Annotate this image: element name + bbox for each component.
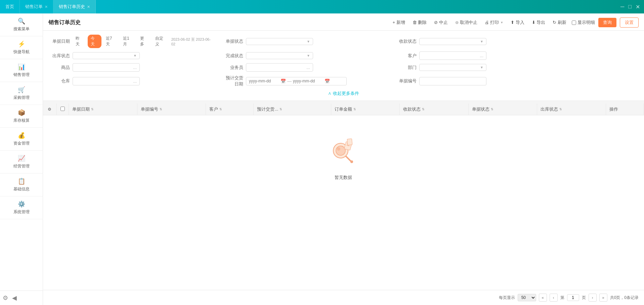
col-stockout-status[interactable]: 出库状态 ⇅ (537, 104, 606, 115)
tab-home[interactable]: 首页 (0, 0, 20, 13)
last-page-button[interactable]: » (599, 294, 607, 302)
stop-button[interactable]: ⊘ 中止 (432, 18, 450, 27)
date-chip-1month[interactable]: 近1月 (120, 35, 136, 48)
delivery-start-cal-icon[interactable]: 📅 (281, 79, 286, 84)
goods-dots[interactable]: ... (133, 65, 137, 70)
print-button[interactable]: 🖨 打印 ▼ (483, 18, 506, 27)
dept-control: ▼ (419, 64, 560, 71)
page-size-label: 每页显示 (499, 295, 515, 301)
goods-input-field[interactable] (76, 65, 133, 70)
filter-area: 单据日期 昨天 今天 近7天 近1月 更多 自定义 2023-06-02 至 2… (43, 31, 644, 101)
display-detail-input[interactable] (572, 21, 576, 25)
sidebar-business-label: 经营管理 (13, 163, 30, 169)
col-stockout-sort: ⇅ (559, 108, 562, 111)
col-amount[interactable]: 订单金额 ⇅ (331, 104, 399, 115)
date-chips: 昨天 今天 近7天 近1月 更多 自定义 (73, 35, 170, 48)
quicknav-icon: ⚡ (18, 40, 25, 48)
col-checkbox[interactable] (56, 104, 69, 115)
stockout-select[interactable]: ▼ (73, 52, 140, 59)
customer-dots[interactable]: ... (480, 53, 483, 58)
sidebar-settings-icon[interactable]: ⚙ (3, 294, 8, 302)
salesperson-input[interactable]: ... (246, 63, 313, 72)
sidebar-item-quicknav[interactable]: ⚡ 快捷导航 (0, 36, 43, 59)
window-close-icon[interactable]: ✕ (636, 4, 640, 10)
col-receipt-status[interactable]: 收款状态 ⇅ (400, 104, 468, 115)
orderno-input-field[interactable] (422, 79, 483, 84)
customer-input[interactable]: ... (419, 51, 486, 60)
sidebar-item-finance[interactable]: 💰 资金管理 (0, 128, 43, 151)
receipt-status-arrow: ▼ (480, 40, 483, 43)
refresh-button[interactable]: ↻ 刷新 (551, 18, 568, 27)
delivery-date-end[interactable] (293, 79, 323, 83)
warehouse-dots[interactable]: ... (133, 79, 137, 84)
date-chip-more[interactable]: 更多 (137, 35, 151, 48)
date-chip-custom[interactable]: 自定义 (152, 35, 170, 48)
col-customer[interactable]: 客户 ⇅ (206, 104, 254, 115)
prev-page-button[interactable]: ‹ (550, 294, 558, 302)
sidebar-item-inventory[interactable]: 📦 库存核算 (0, 105, 43, 128)
sidebar-item-system[interactable]: ⚙️ 系统管理 (0, 196, 43, 219)
date-chip-7days[interactable]: 近7天 (103, 35, 119, 48)
delete-button[interactable]: 🗑 删除 (411, 18, 429, 27)
warehouse-input[interactable]: ... (73, 77, 140, 85)
pagination-bar: 每页显示 50 10 20 100 « ‹ 第 页 › » 共0页，0条记录 (43, 290, 644, 305)
sidebar-item-purchase[interactable]: 🛒 采购管理 (0, 82, 43, 105)
sidebar-item-search[interactable]: 🔍 搜索菜单 (0, 13, 43, 36)
col-customer-label: 客户 (209, 106, 218, 112)
collapse-more-btn[interactable]: ∧ 收起更多条件 (48, 90, 639, 97)
settings-button[interactable]: 设置 (620, 17, 639, 28)
cancel-stop-button[interactable]: ⊙ 取消中止 (453, 18, 479, 27)
col-orderno[interactable]: 单据编号 ⇅ (137, 104, 206, 115)
filter-row-2: 出库状态 ▼ 完成状态 ▼ 客户 (48, 51, 639, 60)
date-chip-yesterday[interactable]: 昨天 (73, 35, 86, 48)
delivery-end-cal-icon[interactable]: 📅 (325, 79, 330, 84)
customer-input-field[interactable] (422, 53, 480, 58)
display-detail-checkbox[interactable]: 显示明细 (572, 20, 595, 26)
maximize-icon[interactable]: □ (628, 4, 632, 10)
date-chip-today[interactable]: 今天 (88, 35, 101, 48)
next-page-button[interactable]: › (589, 294, 597, 302)
tab-sales-order-close[interactable]: ✕ (45, 5, 48, 9)
orderno-input[interactable] (419, 77, 486, 85)
col-delivery[interactable]: 预计交货... ⇅ (254, 104, 331, 115)
current-page-input[interactable] (567, 294, 579, 301)
tab-history-close[interactable]: ✕ (87, 5, 90, 9)
date-filter-control: 昨天 今天 近7天 近1月 更多 自定义 2023-06-02 至 2023-0… (73, 35, 214, 48)
tab-sales-order[interactable]: 销售订单 ✕ (20, 0, 53, 13)
query-button[interactable]: 查询 (598, 18, 616, 27)
stop-label: ⊘ 中止 (434, 20, 448, 26)
page-size-select[interactable]: 50 10 20 100 (518, 294, 536, 301)
new-button[interactable]: + 新增 (390, 18, 407, 27)
sidebar-item-sales[interactable]: 📊 销售管理 (0, 59, 43, 82)
col-delivery-sort: ⇅ (280, 108, 282, 111)
delete-label: 🗑 删除 (413, 20, 427, 26)
salesperson-input-field[interactable] (249, 65, 306, 70)
print-label: 🖨 打印 (485, 20, 499, 26)
receipt-status-select[interactable]: ▼ (419, 38, 486, 45)
delivery-date-start[interactable] (249, 79, 279, 83)
tab-sales-order-history[interactable]: 销售订单历史 ✕ (53, 0, 96, 13)
first-page-button[interactable]: « (539, 294, 547, 302)
dept-select[interactable]: ▼ (419, 64, 486, 71)
tab-bar: 首页 销售订单 ✕ 销售订单历史 ✕ (0, 0, 96, 13)
order-status-select[interactable]: ▼ (246, 38, 313, 45)
export-button[interactable]: ⬇ 导出 (530, 18, 548, 27)
col-order-status[interactable]: 单据状态 ⇅ (468, 104, 537, 115)
col-settings[interactable]: ⚙ (43, 104, 56, 115)
empty-text: 暂无数据 (335, 175, 352, 181)
page-label: 第 (560, 295, 564, 301)
sidebar: 🔍 搜索菜单 ⚡ 快捷导航 📊 销售管理 🛒 采购管理 📦 库存核算 💰 资金管… (0, 13, 43, 305)
sidebar-item-basic[interactable]: 📋 基础信息 (0, 174, 43, 196)
salesperson-label: 业务员 (222, 65, 246, 71)
col-date[interactable]: 单据日期 ⇅ (69, 104, 137, 115)
import-button[interactable]: ⬆ 导入 (509, 18, 526, 27)
sidebar-item-business[interactable]: 📈 经营管理 (0, 151, 43, 174)
select-all-checkbox[interactable] (60, 107, 65, 111)
purchase-icon: 🛒 (18, 86, 25, 93)
salesperson-dots[interactable]: ... (306, 65, 310, 70)
minimize-icon[interactable]: ─ (620, 4, 624, 10)
goods-input[interactable]: ... (73, 63, 140, 72)
sidebar-collapse-icon[interactable]: ◀ (12, 294, 17, 302)
warehouse-input-field[interactable] (76, 79, 133, 84)
complete-select[interactable]: ▼ (246, 52, 313, 59)
